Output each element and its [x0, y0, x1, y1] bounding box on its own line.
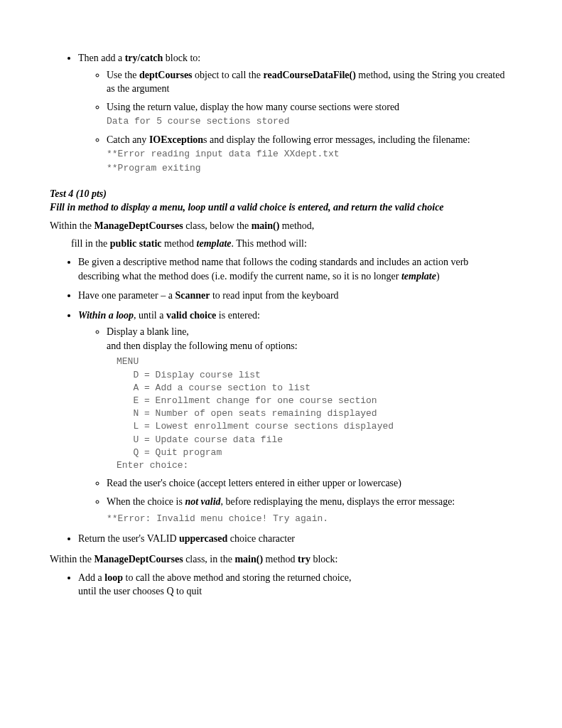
list-item: Then add a try/catch block to: Use the d… — [78, 51, 512, 176]
text-bolditalic: template — [197, 238, 232, 249]
list-item: When the choice is not valid, before red… — [107, 495, 512, 526]
text: method, — [282, 220, 315, 231]
list-item: Read the user's choice (accept letters e… — [107, 476, 512, 491]
text: Add a — [78, 572, 102, 583]
text: block: — [313, 554, 337, 564]
text: object to call the — [195, 70, 261, 80]
text: block to: — [166, 53, 200, 63]
text: is entered: — [219, 310, 260, 321]
method-bullets: Be given a descriptive method name that … — [50, 255, 512, 545]
text-bold: readCourseDataFile() — [263, 70, 355, 80]
text-bold: ManageDeptCourses — [94, 220, 183, 231]
list-item: Be given a descriptive method name that … — [78, 255, 512, 283]
list-item: Catch any IOExceptions and display the f… — [107, 133, 512, 176]
code-line: **Error: Invalid menu choice! Try again. — [107, 513, 328, 524]
text-bold: main() — [234, 554, 263, 564]
text: Read the user's choice (accept letters e… — [107, 478, 401, 488]
text: Then add a — [78, 53, 122, 63]
text: Display a blank line, — [107, 326, 189, 337]
text-bolditalic: Within a loop — [78, 310, 134, 321]
text-bold: IOException — [149, 134, 203, 145]
text-bold: try — [298, 554, 310, 564]
text: to read input from the keyboard — [212, 290, 339, 301]
text: . This method will: — [232, 238, 307, 249]
text: to call the above method and storing the… — [126, 572, 352, 583]
text-bold: Scanner — [175, 290, 210, 301]
text-bolditalic: not valid — [185, 496, 220, 507]
text: class, in the — [185, 554, 232, 564]
sub-list: Display a blank line, and then display t… — [78, 325, 512, 525]
code-line: **Error reading input data file XXdept.t… — [107, 149, 340, 159]
menu-code-block: MENU D = Display course list A = Add a c… — [107, 355, 512, 472]
text: and then display the following menu of o… — [107, 341, 298, 351]
list-item: Within a loop, until a valid choice is e… — [78, 309, 512, 526]
code-line: D = Display course list — [117, 369, 512, 382]
text-bold: try/catch — [125, 53, 163, 63]
text: Within the — [50, 554, 92, 564]
text: s and display the following error messag… — [203, 134, 470, 145]
text-bold: main() — [252, 220, 280, 231]
code-line: Q = Quit program — [117, 446, 512, 459]
text: ) — [436, 271, 440, 282]
text: Have one parameter – a — [78, 290, 173, 301]
text: Within the — [50, 220, 92, 231]
text-bolditalic: template — [401, 271, 436, 282]
code-line: U = Update course data file — [117, 434, 512, 446]
code-line: N = Number of open seats remaining displ… — [117, 407, 512, 420]
text-bold: loop — [104, 572, 123, 583]
list-item: Display a blank line, and then display t… — [107, 325, 512, 472]
code-line: **Program exiting — [107, 163, 201, 173]
para: Within the ManageDeptCourses class, belo… — [50, 219, 512, 233]
text-bold: ManageDeptCourses — [94, 554, 183, 564]
text-bold: uppercased — [179, 533, 227, 544]
text: When the choice is — [107, 496, 183, 507]
text: Using the return value, display the how … — [107, 102, 399, 112]
code-line: MENU — [117, 355, 512, 368]
heading-title: Test 4 (10 pts) — [50, 188, 107, 199]
code-line: L = Lowest enrollment course sections di… — [117, 420, 512, 433]
text: Use the — [107, 70, 136, 80]
text: method — [164, 238, 194, 249]
text: method — [266, 554, 296, 564]
text: , until a — [134, 310, 163, 321]
list-item: Return the user's VALID uppercased choic… — [78, 532, 512, 546]
text: fill in the — [71, 238, 107, 249]
code-line: Enter choice: — [117, 459, 512, 472]
list-item: Using the return value, display the how … — [107, 100, 512, 129]
para: Within the ManageDeptCourses class, in t… — [50, 552, 512, 567]
list-item: Use the deptCourses object to call the r… — [107, 68, 512, 96]
text-bold: deptCourses — [139, 70, 193, 80]
sub-list: Use the deptCourses object to call the r… — [78, 68, 512, 176]
code-line: E = Enrollment change for one course sec… — [117, 395, 512, 407]
list-item: Have one parameter – a Scanner to read i… — [78, 289, 512, 303]
list-item: Add a loop to call the above method and … — [78, 571, 512, 599]
text: , before redisplaying the menu, displays… — [221, 496, 455, 507]
text: choice character — [230, 533, 295, 544]
text: class, below the — [185, 220, 249, 231]
text-bold: public static — [110, 238, 162, 249]
code-line: Data for 5 course sections stored — [107, 116, 289, 127]
text: Return the user's VALID — [78, 533, 177, 544]
para-indented: fill in the public static method templat… — [50, 237, 512, 251]
text-bold: valid choice — [166, 310, 216, 321]
heading-subtitle: Fill in method to display a menu, loop u… — [50, 202, 444, 213]
text: until the user chooses Q to quit — [78, 586, 202, 596]
text: Catch any — [107, 134, 146, 145]
top-bullet-list: Then add a try/catch block to: Use the d… — [50, 51, 512, 176]
code-line: A = Add a course section to list — [117, 382, 512, 395]
final-bullets: Add a loop to call the above method and … — [50, 571, 512, 599]
test4-heading: Test 4 (10 pts) Fill in method to displa… — [50, 187, 512, 215]
